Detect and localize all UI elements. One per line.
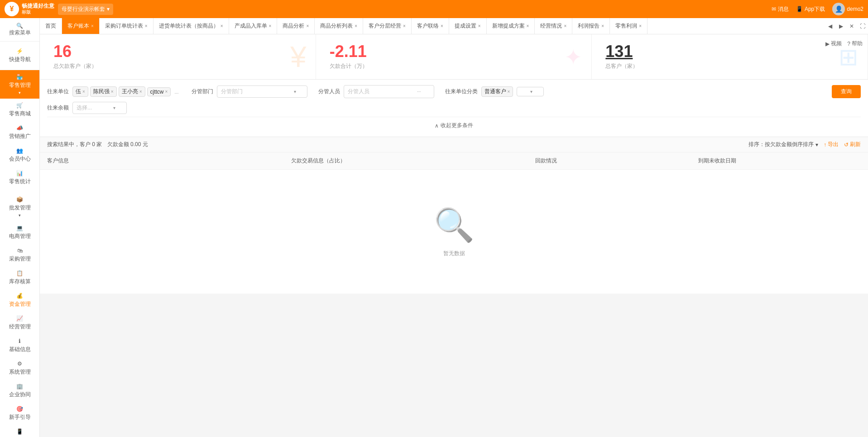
export-icon: ↑ (824, 142, 826, 148)
tab-product-analysis-close[interactable]: × (306, 24, 309, 28)
tag-close-0[interactable]: × (82, 89, 85, 94)
tab-profit-report[interactable]: 利润报告 × (572, 18, 610, 34)
tab-profit-close[interactable]: × (601, 24, 604, 28)
user-area[interactable]: 👤 demo2 (832, 3, 863, 15)
member-icon: 👥 (16, 147, 23, 154)
tab-accounts-close[interactable]: × (91, 24, 94, 28)
message-icon: ✉ (772, 6, 776, 12)
help-btn[interactable]: ? 帮助 (847, 40, 863, 48)
query-button[interactable]: 查询 (832, 85, 861, 98)
unit-class-dropdown[interactable]: ▾ (517, 87, 544, 96)
sidebar-item-retail-mgmt[interactable]: 🏪 零售管理 ▾ (0, 70, 39, 99)
tab-fullscreen-btn[interactable]: ⛶ (857, 18, 868, 34)
empty-icon: 🔍 (434, 206, 475, 244)
tag-close-1[interactable]: × (111, 89, 114, 94)
tag-close-3[interactable]: × (165, 89, 168, 94)
sidebar-item-enterprise[interactable]: 🏢 企业协同 (0, 380, 39, 402)
unit-class-label: 往来单位分类 (445, 88, 478, 95)
tab-customer-contact-close[interactable]: × (441, 24, 443, 28)
video-label: 视频 (831, 40, 842, 48)
tab-retail-profit-close[interactable]: × (639, 24, 642, 28)
sidebar-item-ecommerce[interactable]: 💻 电商管理 (0, 221, 39, 244)
tab-next-btn[interactable]: ▶ (835, 18, 846, 34)
page-content: ¥ 16 总欠款客户（家） ✦ -2.11 欠款合计（万） ⊞ 131 总客户（… (40, 34, 868, 437)
unit-tag-0[interactable]: 伍 × (72, 86, 88, 97)
sidebar-search[interactable]: 🔍 搜索菜单 (0, 18, 39, 42)
sidebar-item-operations[interactable]: 📈 经营管理 (0, 312, 39, 334)
tab-purchase-order[interactable]: 采购订单统计表 × (100, 18, 153, 34)
tab-new-achievement-close[interactable]: × (527, 24, 529, 28)
tab-accounts-label: 客户账本 (67, 22, 89, 30)
unit-class-tag-close[interactable]: × (508, 89, 510, 94)
sidebar-item-newbie[interactable]: 🎯 新手引导 (0, 402, 39, 425)
app-download-btn[interactable]: 📱 App下载 (796, 5, 825, 13)
quicknav-icon: ⚡ (16, 48, 23, 54)
message-btn[interactable]: ✉ 消息 (772, 5, 789, 13)
sidebar-item-marketing[interactable]: 📣 营销推广 (0, 121, 39, 144)
tab-product-analysis-label: 商品分析 (283, 22, 304, 30)
tab-close-all-btn[interactable]: ✕ (846, 18, 857, 34)
tab-instock[interactable]: 进货单统计表（按商品） × (153, 18, 229, 34)
sidebar-item-appcenter[interactable]: 📱 应用中心 (0, 425, 39, 437)
store-selector[interactable]: 母婴行业演示帐套 ▾ (58, 4, 113, 15)
unit-tag-2[interactable]: 王小亮 × (119, 86, 145, 97)
unit-class-tag-0[interactable]: 普通客户 × (481, 86, 513, 97)
dept-select[interactable]: 分管部门 ▾ (217, 86, 307, 98)
sidebar-item-inventory[interactable]: 📋 库存核算 (0, 266, 39, 289)
person-select[interactable]: 分管人员 ··· (344, 85, 434, 98)
sidebar-item-retail-stats[interactable]: 📊 零售统计 (0, 166, 39, 189)
sidebar-item-sys[interactable]: ⚙ 系统管理 (0, 357, 39, 380)
tab-product-analysis-list[interactable]: 商品分析列表 × (315, 18, 363, 34)
tab-home[interactable]: 首页 (40, 18, 62, 34)
tab-new-achievement[interactable]: 新增提成方案 × (487, 18, 535, 34)
result-amount-label: 欠款金额 (107, 141, 129, 147)
tab-operations-status[interactable]: 经营情况 × (535, 18, 572, 34)
tab-accounts[interactable]: 客户账本 × (62, 18, 100, 34)
tab-purchase-order-close[interactable]: × (145, 24, 148, 28)
tab-customer-segment[interactable]: 客户分层经营 × (363, 18, 412, 34)
tab-costin-label: 产成品入库单 (235, 22, 267, 30)
tab-retail-profit[interactable]: 零售利润 × (610, 18, 647, 34)
purchase-icon: 🛍 (17, 247, 23, 254)
export-label: 导出 (828, 141, 839, 148)
person-extra[interactable]: ··· (415, 87, 422, 96)
tab-costin[interactable]: 产成品入库单 × (229, 18, 278, 34)
tab-customer-contact[interactable]: 客户联络 × (412, 18, 449, 34)
sidebar-item-basic[interactable]: ℹ 基础信息 (0, 334, 39, 357)
export-btn[interactable]: ↑ 导出 (824, 141, 839, 148)
sidebar-item-quicknav[interactable]: ⚡ 快捷导航 (0, 44, 39, 67)
sidebar-item-member[interactable]: 👥 会员中心 (0, 144, 39, 166)
refresh-btn[interactable]: ↺ 刷新 (844, 141, 861, 148)
tab-reminder-close[interactable]: × (478, 24, 481, 28)
tab-operations-status-close[interactable]: × (564, 24, 566, 28)
tab-prev-btn[interactable]: ◀ (825, 18, 835, 34)
result-count: 0 (92, 141, 95, 147)
tab-reminder[interactable]: 提成设置 × (449, 18, 487, 34)
tab-customer-segment-close[interactable]: × (403, 24, 406, 28)
balance-placeholder: 选择... (77, 104, 92, 112)
video-btn[interactable]: ▶ 视频 (825, 40, 842, 48)
stat-amount: ✦ -2.11 欠款合计（万） (316, 34, 592, 79)
tab-costin-close[interactable]: × (269, 24, 272, 28)
tab-product-list-close[interactable]: × (355, 24, 357, 28)
balance-select[interactable]: 选择... ▾ (72, 102, 127, 114)
collapse-btn[interactable]: ∧ 收起更多条件 (435, 122, 473, 129)
tab-profit-report-label: 利润报告 (578, 22, 599, 30)
operations-icon: 📈 (16, 315, 23, 322)
ecommerce-label: 电商管理 (9, 233, 31, 240)
tab-instock-close[interactable]: × (221, 24, 223, 28)
sidebar-item-finance[interactable]: 💰 资金管理 (0, 289, 39, 312)
tag-close-2[interactable]: × (139, 89, 142, 94)
sidebar-item-purchase[interactable]: 🛍 采购管理 (0, 244, 39, 266)
sidebar-item-retail-mall[interactable]: 🛒 零售商城 (0, 99, 39, 121)
chevron-down-icon2: ▾ (19, 213, 21, 218)
sidebar-item-wholesale[interactable]: 📦 批发管理 ▾ (0, 193, 39, 221)
tab-product-analysis[interactable]: 商品分析 × (277, 18, 315, 34)
sort-btn[interactable]: 排序：按欠款金额倒序排序 ▾ (748, 141, 818, 148)
appcenter-icon: 📱 (16, 428, 23, 435)
stats-bar: ¥ 16 总欠款客户（家） ✦ -2.11 欠款合计（万） ⊞ 131 总客户（… (40, 34, 868, 80)
search-icon: 🔍 (4, 23, 36, 29)
unit-tag-3[interactable]: cjttcw × (147, 87, 171, 96)
unit-tag-1[interactable]: 陈民强 × (90, 86, 117, 97)
unit-tag-more[interactable]: ... (173, 88, 180, 95)
